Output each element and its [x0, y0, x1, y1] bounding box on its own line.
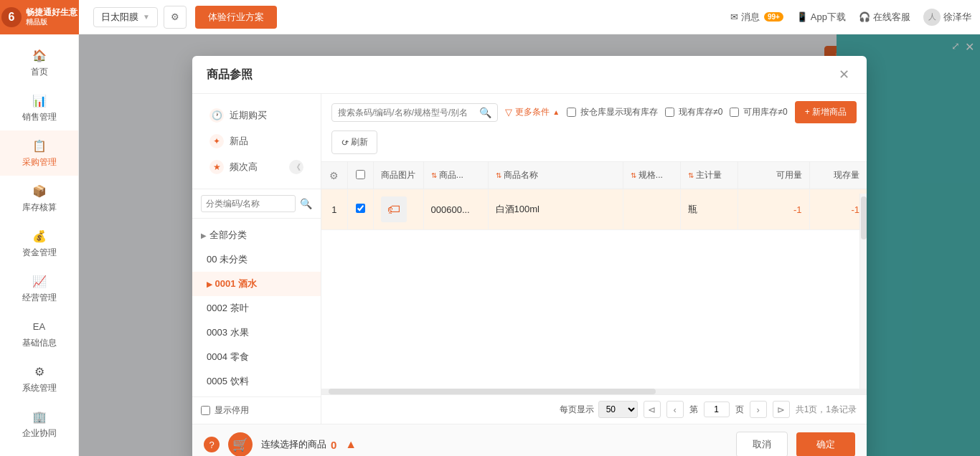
th-available[interactable]: 可用量	[738, 162, 809, 189]
sidebar-item-sales[interactable]: 📊 销售管理	[0, 85, 78, 130]
product-reference-modal: 商品参照 ✕ 🕐 近期购买 ✦	[192, 56, 867, 456]
experience-button[interactable]: 体验行业方案	[195, 6, 277, 29]
more-filters-btn[interactable]: ▽ 更多条件 ▲	[505, 106, 560, 118]
sidebar-label-purchase: 采购管理	[22, 156, 57, 168]
cat-snacks[interactable]: 0004 零食	[192, 345, 321, 369]
modal-body: 🕐 近期购买 ✦ 新品 ★ 频次高 《	[192, 94, 867, 424]
cat-all[interactable]: ▶ 全部分类	[192, 223, 321, 247]
product-thumbnail: 🏷	[381, 196, 407, 222]
online-service-btn[interactable]: 🎧 在线客服	[859, 11, 910, 24]
usable-checkbox[interactable]	[730, 108, 739, 117]
v-scrollbar[interactable]	[859, 194, 867, 389]
cat-uncategorized[interactable]: 00 未分类	[192, 247, 321, 272]
th-checkbox	[347, 162, 373, 189]
sidebar-item-home[interactable]: 🏠 首页	[0, 40, 78, 85]
cat-arrow-all: ▶	[201, 232, 207, 239]
sidebar-label-sales: 销售管理	[22, 111, 57, 123]
messages-label: 消息	[741, 11, 760, 24]
table-row[interactable]: 1 🏷 000600... 白酒100ml 瓶 -1 -1	[321, 189, 867, 230]
sidebar-item-purchase[interactable]: 📋 采购管理	[0, 130, 78, 176]
quick-high-frequency[interactable]: ★ 频次高 《	[201, 154, 312, 180]
table-settings-icon[interactable]: ⚙	[329, 170, 339, 181]
help-btn[interactable]: ?	[204, 437, 220, 452]
quick-recent-purchase[interactable]: 🕐 近期购买	[201, 103, 312, 128]
basic-icon: EA	[32, 318, 47, 334]
pagination-total: 共1页，1条记录	[796, 404, 857, 416]
select-all-checkbox[interactable]	[356, 170, 365, 179]
confirm-button[interactable]: 确定	[796, 432, 855, 456]
refresh-label: 刷新	[351, 136, 368, 148]
cat-liquor[interactable]: ▶ 0001 酒水	[192, 272, 321, 296]
user-name: 徐泽华	[943, 11, 971, 24]
content-area: 查询 设置 C 刷新 ⤢ ✕ 商品参照 ✕	[79, 34, 980, 456]
settings-nav-icon[interactable]: ⚙	[164, 6, 187, 29]
modal-overlay: 商品参照 ✕ 🕐 近期购买 ✦	[79, 34, 980, 456]
user-profile-btn[interactable]: 人 徐泽华	[923, 9, 971, 26]
quick-new-products[interactable]: ✦ 新品	[201, 128, 312, 154]
purchase-icon: 📋	[32, 138, 47, 153]
th-stock[interactable]: 现存量	[809, 162, 867, 189]
product-search-input[interactable]	[338, 108, 475, 118]
sidebar-item-inventory[interactable]: 📦 库存核算	[0, 176, 78, 221]
company-selector[interactable]: 日太阳膜 ▼	[93, 7, 158, 27]
logo-icon: 6	[1, 7, 22, 27]
page-prefix-label: 第	[689, 404, 698, 416]
pagination-row: 每页显示 50 100 200 ⊲ ‹ 第 页	[321, 394, 867, 424]
footer-collapse-icon[interactable]: ▲	[345, 438, 357, 451]
warehouse-checkbox[interactable]	[567, 108, 576, 117]
warehouse-checkbox-group: 按仓库显示现有库存	[567, 106, 658, 118]
modal-close-button[interactable]: ✕	[835, 66, 852, 83]
category-list: ▶ 全部分类 00 未分类 ▶ 0001 酒水 0002 茶叶 0	[192, 219, 321, 396]
cat-fruit[interactable]: 0003 水果	[192, 320, 321, 345]
sidebar-item-basic[interactable]: EA 基础信息	[0, 311, 78, 356]
toolbar: 🔍 ▽ 更多条件 ▲ 按仓库显示现有库存	[321, 94, 867, 162]
product-search-icon[interactable]: 🔍	[479, 107, 491, 118]
product-table-container: ⚙ 商品图片	[321, 162, 867, 389]
last-page-btn[interactable]: ⊳	[773, 401, 790, 418]
clock-icon: 🕐	[209, 108, 224, 123]
per-page-select[interactable]: 50 100 200	[598, 401, 638, 418]
category-search-icon[interactable]: 🔍	[300, 198, 312, 209]
th-spec[interactable]: ⇅ 规格...	[623, 162, 680, 189]
next-page-btn[interactable]: ›	[750, 401, 767, 418]
available-checkbox[interactable]	[665, 108, 674, 117]
sidebar-label-home: 首页	[31, 66, 48, 78]
th-name[interactable]: ⇅ 商品名称	[488, 162, 623, 189]
per-page-label: 每页显示	[560, 404, 594, 416]
left-panel: 🕐 近期购买 ✦ 新品 ★ 频次高 《	[192, 94, 321, 424]
th-code[interactable]: ⇅ 商品...	[423, 162, 488, 189]
page-input[interactable]	[704, 402, 730, 417]
prev-page-btn[interactable]: ‹	[666, 401, 684, 418]
top-nav: 6 畅捷通好生意 精品版 日太阳膜 ▼ ⚙ 体验行业方案 ✉ 消息 99+ 📱 …	[0, 0, 980, 34]
cat-tea[interactable]: 0002 茶叶	[192, 296, 321, 320]
messages-btn[interactable]: ✉ 消息 99+	[730, 11, 783, 24]
chevron-up-icon: ▲	[552, 108, 560, 116]
td-stock: -1	[809, 189, 867, 230]
sidebar-item-system[interactable]: ⚙ 系统管理	[0, 356, 78, 402]
refresh-icon: ↺	[339, 136, 350, 148]
message-icon: ✉	[730, 11, 738, 22]
td-check[interactable]	[347, 189, 373, 230]
collapse-btn[interactable]: 《	[289, 160, 303, 174]
sidebar-item-finance[interactable]: 💰 资金管理	[0, 221, 78, 266]
cart-btn[interactable]: 🛒	[228, 432, 253, 456]
usable-label: 可用库存≠0	[743, 106, 787, 118]
cancel-button[interactable]: 取消	[736, 432, 788, 456]
refresh-button[interactable]: ↺ 刷新	[331, 130, 377, 154]
h-scrollbar[interactable]	[321, 389, 867, 394]
show-disabled-label: 显示停用	[215, 404, 249, 417]
th-settings[interactable]: ⚙	[321, 162, 347, 189]
per-page-selector: 每页显示 50 100 200	[560, 401, 638, 418]
cat-drinks[interactable]: 0005 饮料	[192, 369, 321, 394]
first-page-btn[interactable]: ⊲	[644, 401, 661, 418]
add-product-button[interactable]: + 新增商品	[795, 101, 857, 123]
category-search-input[interactable]	[201, 195, 296, 212]
app-download-btn[interactable]: 📱 App下载	[796, 11, 846, 24]
th-unit[interactable]: ⇅ 主计量	[680, 162, 738, 189]
v-scroll-thumb	[861, 196, 867, 239]
sidebar-item-operation[interactable]: 📈 经营管理	[0, 266, 78, 311]
show-disabled-checkbox[interactable]	[201, 406, 210, 415]
sidebar-item-guide[interactable]: 🎯 新手引导	[0, 447, 78, 456]
sidebar-item-enterprise[interactable]: 🏢 企业协同	[0, 402, 78, 447]
brand-edition: 精品版	[26, 18, 77, 27]
